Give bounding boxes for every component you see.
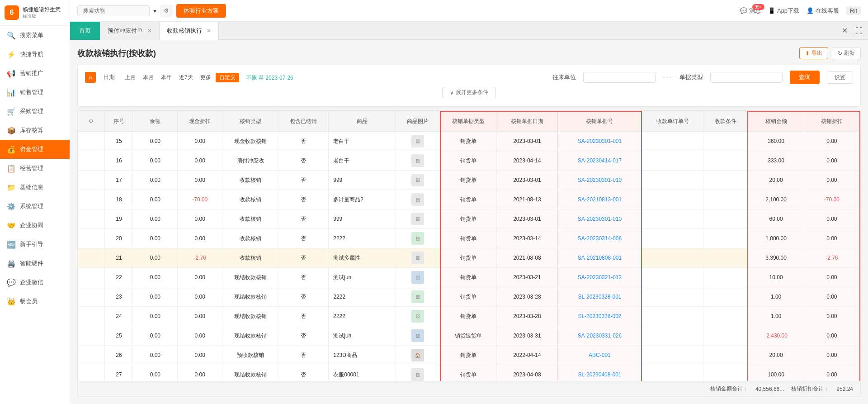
topbar-dropdown-icon[interactable]: ▾: [153, 7, 156, 14]
row-verify-bill-no[interactable]: SA-20230414-017: [558, 151, 642, 171]
row-num: 15: [105, 132, 133, 151]
row-verify-bill-no[interactable]: SL-20230328-001: [558, 287, 642, 307]
table-row: 27 0.00 0.00 现结收款核销 否 衣服00001 🖼 销货单 2023…: [78, 365, 860, 381]
export-icon: ⬆: [805, 50, 810, 57]
date-more[interactable]: 更多: [198, 73, 214, 82]
row-balance: 0.00: [133, 248, 178, 268]
date-last-month[interactable]: 上月: [122, 73, 138, 82]
tab-close-all-icon[interactable]: ✕: [839, 25, 850, 36]
column-settings-icon[interactable]: ⚙: [85, 115, 98, 128]
filter-toggle-button[interactable]: »: [85, 72, 96, 83]
row-included-settled: 否: [278, 268, 328, 287]
row-verify-bill-no[interactable]: SA-20230331-026: [558, 326, 642, 346]
table-row: 20 0.00 0.00 收款核销 否 2222 🖼 销货单 2023-03-1…: [78, 229, 860, 248]
sidebar-item-system[interactable]: ⚙️ 系统管理: [0, 197, 70, 216]
verify-bill-link[interactable]: SL-20230408-001: [578, 371, 621, 378]
row-verify-bill-no[interactable]: ABC-001: [558, 346, 642, 365]
row-verify-bill-no[interactable]: SA-20230301-010: [558, 209, 642, 229]
logo-text: 畅捷通谱好生意: [23, 6, 61, 14]
setting-button[interactable]: 设置: [827, 71, 853, 84]
logo-badge: 标准版: [23, 13, 61, 19]
row-included-settled: 否: [278, 209, 328, 229]
row-verify-bill-date: 2023-03-01: [496, 209, 558, 229]
inventory-icon: 📦: [7, 126, 15, 134]
export-button[interactable]: ⬆ 导出: [799, 47, 828, 59]
purchase-icon: 🛒: [7, 107, 15, 115]
prepayment-tab-close[interactable]: ✕: [147, 28, 152, 34]
verify-bill-link[interactable]: SA-20230301-010: [578, 216, 622, 222]
verify-bill-link[interactable]: SA-20230301-010: [578, 177, 622, 183]
sidebar-item-inventory[interactable]: 📦 库存核算: [0, 121, 70, 140]
row-verify-bill-no[interactable]: SL-20230408-001: [558, 365, 642, 381]
sidebar-item-guide[interactable]: 🆕 新手引导: [0, 235, 70, 254]
row-included-settled: 否: [278, 365, 328, 381]
row-verify-type: 现结收款核销: [222, 268, 278, 287]
date-this-year[interactable]: 本年: [158, 73, 175, 82]
query-button[interactable]: 查询: [790, 71, 820, 84]
user-profile[interactable]: Rit: [846, 6, 861, 15]
gear-button[interactable]: ⚙: [160, 5, 173, 17]
row-included-settled: 否: [278, 346, 328, 365]
bill-type-select-container: [710, 72, 783, 83]
sidebar-item-basic[interactable]: 📁 基础信息: [0, 178, 70, 197]
from-unit-input[interactable]: [583, 72, 656, 83]
online-service-button[interactable]: 👤 在线客服: [807, 7, 839, 15]
verify-bill-link[interactable]: SA-20230414-017: [578, 157, 622, 164]
sidebar-item-enterprise[interactable]: 🤝 企业协同: [0, 216, 70, 235]
row-verify-bill-type: 销货单: [440, 287, 496, 307]
row-settings-cell: [78, 287, 105, 307]
industry-solution-button[interactable]: 体验行业方案: [176, 4, 226, 18]
verify-bill-link[interactable]: SA-20230331-026: [578, 333, 622, 339]
sidebar-item-quick[interactable]: ⚡ 快捷导航: [0, 45, 70, 64]
tab-verify[interactable]: 收款核销执行 ✕: [160, 22, 219, 40]
date-custom-button[interactable]: 自定义: [216, 73, 239, 82]
date-this-month[interactable]: 本月: [140, 73, 156, 82]
verify-bill-link[interactable]: ABC-001: [589, 352, 611, 358]
service-label: 在线客服: [816, 7, 839, 15]
goods-image-gray: 🖼: [411, 193, 424, 206]
row-verify-bill-no[interactable]: SL-20230328-002: [558, 307, 642, 326]
sidebar-item-hardware[interactable]: 🖨️ 智能硬件: [0, 254, 70, 273]
sidebar-item-operation[interactable]: 📋 经营管理: [0, 159, 70, 178]
verify-bill-link[interactable]: SA-20230321-012: [578, 274, 622, 280]
sidebar-item-member[interactable]: 👑 畅会员: [0, 292, 70, 311]
refresh-button[interactable]: ↻ 刷新: [832, 47, 861, 59]
message-button[interactable]: 💬 消息 99+: [740, 7, 761, 15]
row-verify-bill-no[interactable]: SA-20230314-008: [558, 229, 642, 248]
bill-type-label: 单据类型: [679, 73, 703, 81]
sidebar-item-sales[interactable]: 📊 销售管理: [0, 83, 70, 102]
verify-bill-link[interactable]: SA-20210808-001: [578, 255, 622, 261]
date-7days[interactable]: 近7天: [176, 73, 196, 82]
row-verify-type: 现结收款核销: [222, 287, 278, 307]
row-receipt-condition: [703, 209, 748, 229]
verify-bill-link[interactable]: SA-20230301-001: [578, 138, 622, 144]
verify-bill-link[interactable]: SA-20230314-008: [578, 235, 622, 242]
row-receipt-order-no: [642, 151, 703, 171]
col-header-receipt-order-no: 收款单订单号: [642, 111, 703, 132]
row-receipt-order-no: [642, 287, 703, 307]
tab-prepayment[interactable]: 预付冲应付单 ✕: [100, 22, 160, 40]
tab-home[interactable]: 首页: [70, 22, 100, 40]
row-included-settled: 否: [278, 132, 328, 151]
verify-tab-close[interactable]: ✕: [207, 28, 211, 34]
sidebar-item-wechat[interactable]: 💬 企业微信: [0, 273, 70, 292]
sidebar-item-purchase[interactable]: 🛒 采购管理: [0, 102, 70, 121]
row-verify-bill-no[interactable]: SA-20230321-012: [558, 268, 642, 287]
verify-bill-link[interactable]: SL-20230328-002: [578, 313, 621, 319]
sidebar-item-search[interactable]: 🔍 搜索菜单: [0, 26, 70, 45]
sidebar-item-marketing[interactable]: 📢 营销推广: [0, 64, 70, 83]
app-download-button[interactable]: 📱 App下载: [768, 7, 799, 15]
verify-bill-link[interactable]: SA-20210813-001: [578, 196, 622, 203]
logo-text-group: 畅捷通谱好生意 标准版: [23, 6, 61, 20]
bill-type-select[interactable]: [710, 72, 783, 83]
tab-expand-icon[interactable]: ⛶: [854, 25, 864, 36]
row-verify-bill-no[interactable]: SA-20210813-001: [558, 190, 642, 209]
row-verify-bill-no[interactable]: SA-20230301-001: [558, 132, 642, 151]
row-verify-bill-no[interactable]: SA-20230301-010: [558, 171, 642, 190]
row-verify-bill-no[interactable]: SA-20210808-001: [558, 248, 642, 268]
expand-more-button[interactable]: ∨ 展开更多条件: [442, 87, 496, 98]
sidebar-item-finance[interactable]: 💰 资金管理: [0, 140, 70, 159]
table-scroll[interactable]: ⚙ 序号 余额 现金折扣 核销类型 包含已结清 商品 商品图片 核销单据类型 核…: [78, 111, 860, 381]
search-input[interactable]: [77, 5, 150, 16]
verify-bill-link[interactable]: SL-20230328-001: [578, 294, 621, 300]
